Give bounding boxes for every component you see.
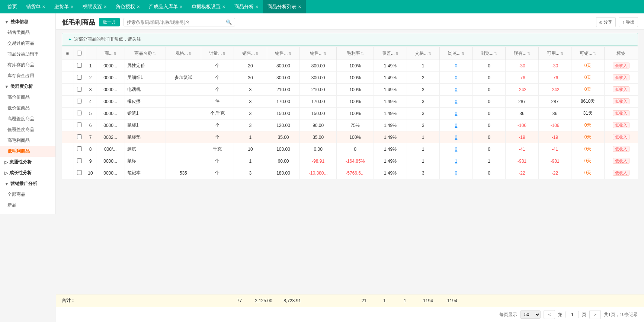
col-check-header[interactable] bbox=[74, 47, 85, 60]
row-checkbox[interactable] bbox=[77, 75, 82, 80]
col-check-cell[interactable] bbox=[74, 60, 85, 72]
col-avail-header[interactable]: 可用...⇅ bbox=[538, 47, 571, 60]
col-view1-cell[interactable]: 0 bbox=[440, 72, 473, 84]
search-input[interactable] bbox=[127, 20, 226, 25]
row-checkbox[interactable] bbox=[77, 170, 82, 175]
row-checkbox[interactable] bbox=[77, 111, 82, 115]
sidebar-group-cluster[interactable]: ▼ 类群度分析 bbox=[0, 81, 55, 92]
col-name-cell[interactable]: 铅笔1 bbox=[125, 108, 166, 119]
col-name-cell[interactable]: 橡皮擦 bbox=[125, 96, 166, 108]
sidebar-item-high-value[interactable]: 高价值商品 bbox=[0, 92, 55, 103]
sidebar-item-all-products[interactable]: 全部商品 bbox=[0, 189, 55, 200]
row-checkbox[interactable] bbox=[77, 63, 82, 68]
export-button[interactable]: ↑ 导出 bbox=[619, 17, 638, 27]
sidebar-item-category-sales[interactable]: 商品分类助销率 bbox=[0, 49, 55, 60]
col-sal2-header[interactable]: 销售...⇅ bbox=[267, 47, 300, 60]
col-name-cell[interactable]: 笔记本 bbox=[125, 167, 166, 179]
sidebar-item-sales-products[interactable]: 销售类商品 bbox=[0, 27, 55, 38]
col-trade-header[interactable]: 交易...⇅ bbox=[407, 47, 440, 60]
nav-product-analysis-list[interactable]: 商品分析列表✕ bbox=[263, 0, 306, 13]
col-view1-cell[interactable]: 0 bbox=[440, 108, 473, 119]
nav-product-analysis[interactable]: 商品分析✕ bbox=[230, 0, 263, 13]
col-check-cell[interactable] bbox=[74, 167, 85, 179]
col-view2-header[interactable]: 浏览...⇅ bbox=[472, 47, 506, 60]
per-page-select[interactable]: 50 100 200 bbox=[520, 310, 541, 319]
col-saledays-header[interactable]: 可销...⇅ bbox=[571, 47, 605, 60]
col-view1-cell[interactable]: 0 bbox=[440, 119, 473, 131]
row-checkbox[interactable] bbox=[77, 158, 82, 163]
col-check-cell[interactable] bbox=[74, 96, 85, 108]
nav-role-auth[interactable]: 角色授权✕ bbox=[111, 0, 144, 13]
nav-close-sales[interactable]: ✕ bbox=[42, 4, 45, 9]
col-code-header[interactable]: 商...⇅ bbox=[96, 47, 125, 60]
row-checkbox[interactable] bbox=[77, 122, 82, 127]
col-check-cell[interactable] bbox=[74, 119, 85, 131]
col-name-cell[interactable]: 吴细细1 bbox=[125, 72, 166, 84]
nav-sales-order[interactable]: 销货单✕ bbox=[22, 0, 50, 13]
col-settings-header[interactable]: ⚙ bbox=[62, 47, 74, 60]
col-sal3-header[interactable]: 销售...⇅ bbox=[300, 47, 337, 60]
nav-close-analysis[interactable]: ✕ bbox=[255, 4, 259, 9]
sidebar-item-high-margin[interactable]: 高毛利商品 bbox=[0, 135, 55, 146]
table-container[interactable]: ⚙ 商...⇅ 商品名称⇅ 规格...⇅ 计量...⇅ 销售...⇅ 销售...… bbox=[62, 47, 638, 294]
sidebar-item-traded-products[interactable]: 交易过的商品 bbox=[0, 38, 55, 49]
row-checkbox[interactable] bbox=[77, 146, 82, 151]
col-name-cell[interactable]: 鼠标垫 bbox=[125, 131, 166, 143]
sidebar-item-low-coverage[interactable]: 低覆盖度商品 bbox=[0, 124, 55, 135]
col-view1-cell[interactable]: 0 bbox=[440, 96, 473, 108]
sidebar-group-growth[interactable]: ▷ 成长性分析 bbox=[0, 168, 55, 178]
nav-auth-settings[interactable]: 权限设置✕ bbox=[78, 0, 111, 13]
nav-purchase-order[interactable]: 进货单✕ bbox=[50, 0, 78, 13]
share-button[interactable]: ⎋ 分享 bbox=[596, 17, 616, 27]
col-unit-header[interactable]: 计量...⇅ bbox=[201, 47, 234, 60]
col-coverage-header[interactable]: 覆盖...⇅ bbox=[374, 47, 407, 60]
sidebar-item-low-margin[interactable]: 低毛利商品 bbox=[0, 146, 55, 157]
col-stock-header[interactable]: 现有...⇅ bbox=[506, 47, 539, 60]
sidebar-item-stocked-products[interactable]: 有库存的商品 bbox=[0, 60, 55, 70]
col-name-cell[interactable]: 测试 bbox=[125, 143, 166, 155]
col-check-cell[interactable] bbox=[74, 84, 85, 96]
next-page-button[interactable]: ＞ bbox=[589, 310, 601, 319]
nav-close-auth[interactable]: ✕ bbox=[103, 4, 107, 9]
col-view1-cell[interactable]: 0 bbox=[440, 84, 473, 96]
sidebar-item-new-products[interactable]: 新品 bbox=[0, 200, 55, 211]
nav-close-template[interactable]: ✕ bbox=[222, 4, 225, 9]
nav-close-product-entry[interactable]: ✕ bbox=[179, 4, 183, 9]
nav-close-role[interactable]: ✕ bbox=[137, 4, 140, 9]
col-view1-cell[interactable]: 0 bbox=[440, 167, 473, 179]
sidebar-group-overall[interactable]: ▼ 整体信息 bbox=[0, 16, 55, 27]
sidebar-group-circulation[interactable]: ▷ 流通性分析 bbox=[0, 157, 55, 168]
sidebar-item-high-coverage[interactable]: 高覆盖度商品 bbox=[0, 114, 55, 124]
row-checkbox[interactable] bbox=[77, 87, 82, 92]
nav-close-purchase[interactable]: ✕ bbox=[70, 4, 74, 9]
col-view1-cell[interactable]: 0 bbox=[440, 60, 473, 72]
col-name-cell[interactable]: 电话机 bbox=[125, 84, 166, 96]
col-name-cell[interactable]: 鼠标 bbox=[125, 155, 166, 167]
col-check-cell[interactable] bbox=[74, 143, 85, 155]
col-view1-header[interactable]: 浏览...⇅ bbox=[440, 47, 473, 60]
prev-page-button[interactable]: ＜ bbox=[544, 310, 555, 319]
col-name-header[interactable]: 商品名称⇅ bbox=[125, 47, 166, 60]
time-filter-button[interactable]: 近一月 bbox=[99, 18, 120, 26]
row-checkbox[interactable] bbox=[77, 134, 82, 139]
sidebar-item-low-value[interactable]: 低价值商品 bbox=[0, 103, 55, 114]
sidebar-group-marketing[interactable]: ▼ 营销推广分析 bbox=[0, 178, 55, 189]
select-all-checkbox[interactable] bbox=[77, 51, 82, 55]
row-checkbox[interactable] bbox=[77, 99, 82, 103]
col-view1-cell[interactable]: 0 bbox=[440, 143, 473, 155]
nav-home[interactable]: 首页 bbox=[3, 0, 22, 13]
col-name-cell[interactable]: 属性定价 bbox=[125, 60, 166, 72]
col-sal1-header[interactable]: 销售...⇅ bbox=[234, 47, 267, 60]
col-grossrate-header[interactable]: 毛利率⇅ bbox=[337, 47, 374, 60]
col-check-cell[interactable] bbox=[74, 131, 85, 143]
nav-template-settings[interactable]: 单据模板设置✕ bbox=[187, 0, 230, 13]
nav-product-entry[interactable]: 产成品入库单✕ bbox=[144, 0, 187, 13]
sidebar-item-inventory-capital[interactable]: 库存资金占用 bbox=[0, 70, 55, 81]
col-view1-cell[interactable]: 1 bbox=[440, 155, 473, 167]
col-check-cell[interactable] bbox=[74, 155, 85, 167]
col-spec-header[interactable]: 规格...⇅ bbox=[166, 47, 201, 60]
nav-close-analysis-list[interactable]: ✕ bbox=[298, 4, 301, 9]
col-name-cell[interactable]: 鼠标1 bbox=[125, 119, 166, 131]
col-check-cell[interactable] bbox=[74, 72, 85, 84]
col-view1-cell[interactable]: 0 bbox=[440, 131, 473, 143]
